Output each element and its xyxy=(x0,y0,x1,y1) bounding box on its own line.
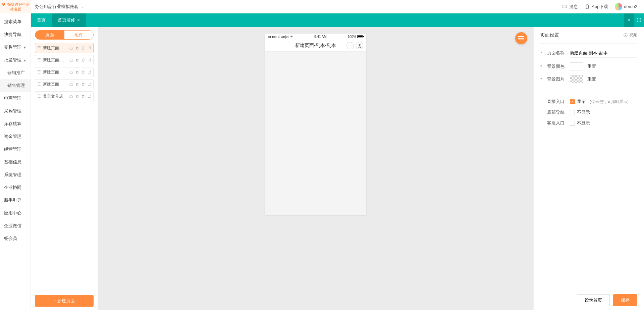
drag-icon[interactable]: ☰ xyxy=(37,94,41,99)
header-right: 消息 App下载 demo2 xyxy=(562,3,644,10)
seg-control: 页面 组件 xyxy=(35,30,94,40)
nav-item-1[interactable]: 快捷导航 xyxy=(0,28,31,41)
nav-item-3[interactable]: 批发管理▲ xyxy=(0,54,31,66)
copy-icon[interactable] xyxy=(75,70,79,74)
page-item-3[interactable]: ☰新建页面 xyxy=(35,79,94,89)
delete-icon[interactable] xyxy=(81,82,85,86)
logo-text: 畅捷通好生意 xyxy=(7,2,30,7)
nav-item-5[interactable]: 销售管理 xyxy=(0,79,31,92)
nav-item-0[interactable]: 搜索菜单 xyxy=(0,15,31,28)
copy-icon[interactable] xyxy=(75,82,79,86)
nav-item-14[interactable]: 新手引导 xyxy=(0,194,31,207)
page-item-0[interactable]: ☰新建页面-副本-... xyxy=(35,43,94,53)
settings-panel: 页面设置 视频 * 页面名称 * 背景颜色 xyxy=(533,27,644,310)
nav-item-6[interactable]: 电商管理 xyxy=(0,92,31,105)
chevron-down-icon: ⌄ xyxy=(81,5,84,8)
logo: 畅捷通好生意 标准版 xyxy=(0,0,31,13)
new-page-button[interactable]: + 新建页面 xyxy=(35,295,94,307)
drag-icon[interactable]: ☰ xyxy=(37,58,41,62)
tab-page-decor[interactable]: 首页装修 × xyxy=(52,13,86,27)
share-icon[interactable] xyxy=(87,82,91,86)
share-icon[interactable] xyxy=(87,46,91,50)
label-page-name: 页面名称 xyxy=(547,50,566,56)
page-item-2[interactable]: ☰新建页面 xyxy=(35,67,94,77)
svg-rect-1 xyxy=(563,5,567,8)
live-hint: (仅当进行直播时展示) xyxy=(590,99,629,105)
service-checkbox[interactable]: 不显示 xyxy=(570,120,590,126)
drag-icon[interactable]: ☰ xyxy=(37,70,41,74)
page-item-label: 新建页面-副本-... xyxy=(43,45,67,51)
page-item-4[interactable]: ☰昊天文具店 xyxy=(35,91,94,101)
delete-icon[interactable] xyxy=(81,58,85,62)
avatar xyxy=(615,3,622,10)
close-icon[interactable]: × xyxy=(77,17,80,23)
home-icon[interactable] xyxy=(69,94,73,98)
page-name-input[interactable] xyxy=(570,48,637,58)
top-header: 畅捷通好生意 标准版 办公用品行业模拟账套 ⌄ 消息 App下载 demo2 xyxy=(0,0,644,13)
drag-icon[interactable]: ☰ xyxy=(37,82,41,87)
phone-statusbar: ●●●●○ chanjet 9:41 AM 100% xyxy=(265,34,366,40)
user-menu[interactable]: demo2 xyxy=(615,3,637,10)
nav-item-10[interactable]: 经营管理 xyxy=(0,143,31,156)
copy-icon[interactable] xyxy=(75,94,79,98)
logo-icon xyxy=(1,2,6,7)
copy-icon[interactable] xyxy=(75,46,79,50)
bgimg-reset[interactable]: 重置 xyxy=(587,76,596,82)
set-home-button[interactable]: 设为首页 xyxy=(577,294,610,306)
settings-title: 页面设置 xyxy=(540,32,559,38)
nav-item-8[interactable]: 库存核算 xyxy=(0,117,31,130)
nav-item-11[interactable]: 基础信息 xyxy=(0,156,31,168)
video-help[interactable]: 视频 xyxy=(623,32,637,38)
drag-icon[interactable]: ☰ xyxy=(37,46,41,50)
bgcolor-swatch[interactable] xyxy=(570,62,583,70)
share-icon[interactable] xyxy=(87,94,91,98)
menu-fab[interactable] xyxy=(515,32,527,44)
app-download-link[interactable]: App下载 xyxy=(585,4,608,10)
home-icon[interactable] xyxy=(69,70,73,74)
copy-icon[interactable] xyxy=(75,58,79,62)
live-checkbox[interactable]: ✓ 显示 xyxy=(570,99,586,105)
page-item-1[interactable]: ☰新建页面-副本 xyxy=(35,55,94,65)
account-select-label: 办公用品行业模拟账套 xyxy=(35,4,78,10)
battery-label: 100% xyxy=(347,35,356,39)
nav-item-4[interactable]: 营销推广 xyxy=(0,66,31,79)
label-bgimg: 背景图片 xyxy=(547,76,566,82)
bgimg-swatch[interactable] xyxy=(570,75,583,83)
nav-item-16[interactable]: 企业微信 xyxy=(0,219,31,232)
save-button[interactable]: 保存 xyxy=(613,294,637,306)
phone-preview: ●●●●○ chanjet 9:41 AM 100% 新建页面-副本-副本 xyxy=(265,34,366,215)
canvas: ●●●●○ chanjet 9:41 AM 100% 新建页面-副本-副本 xyxy=(98,27,533,310)
nav-item-17[interactable]: 畅会员 xyxy=(0,232,31,245)
nav-item-15[interactable]: 应用中心 xyxy=(0,207,31,219)
messages-link[interactable]: 消息 xyxy=(562,4,578,10)
nav-item-13[interactable]: 企业协同 xyxy=(0,181,31,194)
delete-icon[interactable] xyxy=(81,46,85,50)
chevron-icon: ▲ xyxy=(23,58,26,62)
home-icon[interactable] xyxy=(69,82,73,86)
nav-item-7[interactable]: 采购管理 xyxy=(0,105,31,117)
mini-menu-icon[interactable]: ··· xyxy=(346,42,354,49)
account-select[interactable]: 办公用品行业模拟账套 ⌄ xyxy=(35,4,84,10)
delete-icon[interactable] xyxy=(81,94,85,98)
bottomnav-checkbox[interactable]: 不显示 xyxy=(570,109,590,115)
tab-fullscreen[interactable] xyxy=(634,13,644,27)
delete-icon[interactable] xyxy=(81,70,85,74)
seg-page[interactable]: 页面 xyxy=(35,31,64,39)
seg-component[interactable]: 组件 xyxy=(64,31,94,39)
tab-close-all[interactable] xyxy=(624,13,634,27)
share-icon[interactable] xyxy=(87,70,91,74)
home-icon[interactable] xyxy=(69,46,73,50)
bgcolor-reset[interactable]: 重置 xyxy=(587,63,596,69)
nav-item-2[interactable]: 零售管理▼ xyxy=(0,41,31,54)
page-item-label: 新建页面-副本 xyxy=(43,57,67,63)
label-bgcolor: 背景颜色 xyxy=(547,63,566,69)
nav-item-9[interactable]: 资金管理 xyxy=(0,130,31,143)
share-icon[interactable] xyxy=(87,58,91,62)
chevron-icon: ▼ xyxy=(23,46,26,49)
tab-home[interactable]: 首页 xyxy=(31,13,52,27)
mini-target-icon[interactable]: ◎ xyxy=(356,42,363,49)
home-icon[interactable] xyxy=(69,58,73,62)
nav-item-12[interactable]: 系统管理 xyxy=(0,168,31,181)
message-icon xyxy=(562,4,568,9)
phone-body[interactable] xyxy=(265,52,366,215)
